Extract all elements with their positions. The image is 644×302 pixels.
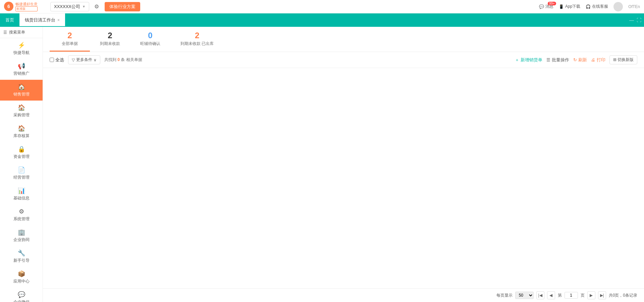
stat-tab-all[interactable]: 2 全部单据	[50, 27, 90, 52]
close-tab-icon[interactable]: ×	[57, 18, 60, 22]
trial-button[interactable]: 体验行业方案	[105, 2, 140, 11]
batch-operation-button[interactable]: ☰ 批量操作	[546, 57, 569, 63]
search-menu-icon: ☰	[3, 30, 7, 35]
tab-active[interactable]: 钱货日清工作台 ×	[19, 13, 65, 27]
next-page-button[interactable]: ▶	[587, 291, 595, 299]
window-controls: — ⛶	[629, 17, 644, 23]
sidebar-item-inventory[interactable]: 🏠 库存核算	[0, 121, 43, 142]
switch-label: 切换新版	[618, 57, 634, 62]
stat-count-overdue-shipped: 2	[195, 31, 199, 40]
enterprise-icon: 🏢	[18, 229, 25, 236]
content-area: 2 全部单据 2 到期未收款 0 旺辅待确认 2 到期未收款 已出库 全选	[43, 27, 644, 302]
maximize-icon[interactable]: ⛶	[637, 17, 641, 23]
toolbar-right: ＋ 新增销货单 ☰ 批量操作 ↻ 刷新 🖨 打印 ⊞ 切换新版	[515, 55, 637, 64]
headset-icon: 🎧	[586, 4, 591, 9]
message-icon: 💬	[539, 4, 544, 9]
company-name: XXXXXX公司	[54, 4, 80, 10]
sidebar-item-wechat[interactable]: 💬 企业微信	[0, 288, 43, 302]
finance-icon: 🔒	[18, 145, 25, 153]
print-button[interactable]: 🖨 打印	[591, 57, 605, 63]
print-icon: 🖨	[591, 57, 595, 62]
stat-label-overdue-shipped: 到期未收款 已出库	[180, 41, 214, 47]
sidebar: ☰ 搜索菜单 ⚡ 快捷导航 📢 营销推广 🏠 销售管理 🏠 采购管理 🏠 库存核…	[0, 27, 43, 302]
sidebar-item-quick-nav[interactable]: ⚡ 快捷导航	[0, 38, 43, 59]
lightning-icon: ⚡	[18, 42, 25, 49]
total-info: 共0页，0条记录	[609, 293, 637, 298]
base-info-icon: 📊	[18, 187, 25, 194]
sidebar-item-sales[interactable]: 🏠 销售管理	[0, 80, 43, 101]
plus-icon: ＋	[515, 57, 519, 63]
megaphone-icon: 📢	[18, 62, 25, 70]
top-header: 6 畅捷通好生意 标准版 XXXXXX公司 ▼ ⚙ 体验行业方案 💬 消息 99…	[0, 0, 644, 13]
sidebar-item-system[interactable]: ⚙ 系统管理	[0, 204, 43, 225]
main-layout: ☰ 搜索菜单 ⚡ 快捷导航 📢 营销推广 🏠 销售管理 🏠 采购管理 🏠 库存核…	[0, 27, 644, 302]
sidebar-item-enterprise[interactable]: 🏢 企业协同	[0, 225, 43, 246]
found-text: 共找到 0 条 相关单据	[104, 57, 142, 63]
message-badge: 99+	[548, 2, 556, 5]
tab-home[interactable]: 首页	[0, 13, 19, 27]
sidebar-item-app-center[interactable]: 📦 应用中心	[0, 267, 43, 288]
logo-text: 畅捷通好生意	[15, 2, 38, 6]
stat-tab-overdue[interactable]: 2 到期未收款	[90, 27, 130, 52]
sidebar-item-finance[interactable]: 🔒 资金管理	[0, 142, 43, 163]
per-page-select[interactable]: 50 100	[515, 292, 534, 299]
filter-icon: ▽	[72, 58, 75, 62]
sidebar-item-marketing[interactable]: 📢 营销推广	[0, 59, 43, 80]
print-label: 打印	[597, 57, 605, 63]
last-page-button[interactable]: ▶|	[598, 291, 606, 299]
purchase-icon: 🏠	[18, 104, 25, 111]
switch-icon: ⊞	[613, 57, 616, 62]
stat-label-all: 全部单据	[62, 41, 78, 47]
select-all-input[interactable]	[50, 58, 54, 62]
sidebar-item-base-info[interactable]: 📊 基础信息	[0, 184, 43, 204]
refresh-button[interactable]: ↻ 刷新	[573, 57, 587, 63]
online-service-action[interactable]: 🎧 在线客服	[586, 4, 608, 9]
refresh-label: 刷新	[578, 57, 587, 63]
minimize-icon[interactable]: —	[629, 17, 634, 23]
app-download-action[interactable]: 📱 App下载	[559, 4, 580, 9]
sidebar-item-purchase[interactable]: 🏠 采购管理	[0, 101, 43, 121]
table-area	[43, 68, 644, 288]
first-page-button[interactable]: |◀	[536, 291, 544, 299]
download-icon: 📱	[559, 4, 564, 9]
chevron-down-filter-icon: ∨	[94, 58, 97, 62]
add-sales-order-button[interactable]: ＋ 新增销货单	[515, 57, 542, 63]
filter-button[interactable]: ▽ 更多条件 ∨	[68, 55, 100, 64]
pagination: 每页显示 50 100 |◀ ◀ 第 页 ▶ ▶| 共0页，0条记录	[43, 288, 644, 302]
message-action[interactable]: 💬 消息 99+	[539, 4, 553, 9]
refresh-icon: ↻	[573, 57, 577, 62]
header-right: 💬 消息 99+ 📱 App下载 🎧 在线客服 OfTEn	[539, 2, 640, 11]
found-count: 0	[117, 57, 120, 62]
page-number-input[interactable]	[565, 292, 578, 299]
logo-tag: 标准版	[15, 6, 38, 11]
switch-version-button[interactable]: ⊞ 切换新版	[609, 55, 637, 64]
stat-tab-wangwang[interactable]: 0 旺辅待确认	[130, 27, 170, 52]
stat-tab-overdue-shipped[interactable]: 2 到期未收款 已出库	[170, 27, 224, 52]
sidebar-item-search-menu[interactable]: ☰ 搜索菜单	[0, 27, 43, 38]
nav-tabs: 首页 钱货日清工作台 × — ⛶	[0, 13, 644, 27]
logo-icon: 6	[4, 2, 13, 11]
sidebar-item-guide[interactable]: 🔧 新手引导	[0, 246, 43, 267]
wechat-icon: 💬	[18, 291, 25, 298]
username-text: OfTEn	[628, 4, 640, 9]
system-icon: ⚙	[19, 208, 24, 215]
sidebar-item-operation[interactable]: 📄 经营管理	[0, 163, 43, 184]
app-center-icon: 📦	[18, 270, 25, 278]
avatar[interactable]	[613, 2, 623, 11]
select-all-checkbox[interactable]: 全选	[50, 57, 64, 63]
stats-tabs: 2 全部单据 2 到期未收款 0 旺辅待确认 2 到期未收款 已出库	[43, 27, 644, 52]
stat-count-overdue: 2	[108, 31, 112, 40]
logo-area: 6 畅捷通好生意 标准版	[4, 2, 47, 11]
filter-label: 更多条件	[76, 57, 92, 63]
inventory-icon: 🏠	[18, 125, 25, 132]
company-selector[interactable]: XXXXXX公司 ▼	[50, 2, 89, 11]
prev-page-button[interactable]: ◀	[547, 291, 555, 299]
online-service-label: 在线客服	[592, 4, 608, 9]
app-download-label: App下载	[565, 4, 580, 9]
add-btn-label: 新增销货单	[521, 57, 542, 63]
guide-icon: 🔧	[18, 249, 25, 257]
settings-icon[interactable]: ⚙	[92, 2, 101, 11]
toolbar: 全选 ▽ 更多条件 ∨ 共找到 0 条 相关单据 ＋ 新增销货单 ☰	[43, 52, 644, 68]
operation-icon: 📄	[18, 166, 25, 174]
stat-count-all: 2	[67, 31, 72, 40]
